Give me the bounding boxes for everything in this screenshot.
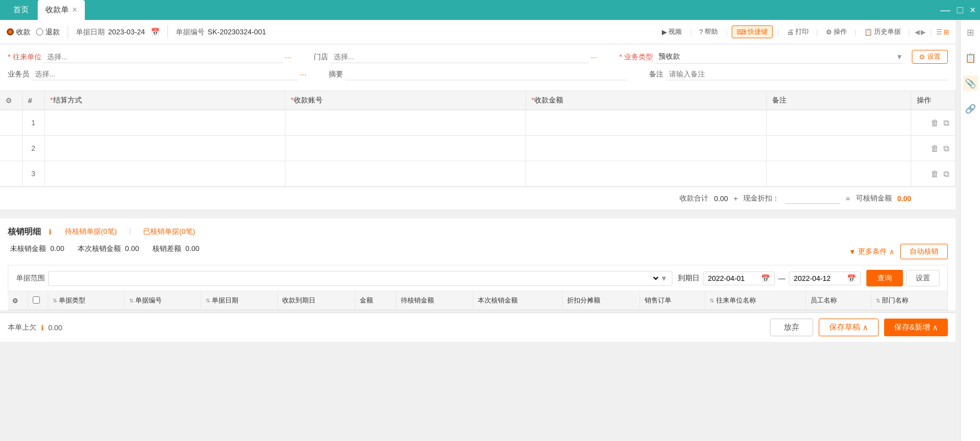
tab-pending[interactable]: 待核销单据(0笔) [59, 225, 122, 238]
select-all-checkbox[interactable] [33, 296, 40, 304]
filter-settings-button[interactable]: 设置 [906, 270, 940, 286]
th-account: *收款账号 [285, 91, 525, 110]
td-account-1[interactable] [285, 110, 525, 136]
side-panel-list-icon[interactable]: 📋 [963, 50, 978, 65]
tab-home[interactable]: 首页 [4, 0, 38, 20]
partner-more-icon[interactable]: ··· [285, 53, 292, 61]
partner-input[interactable] [44, 51, 283, 63]
td-remark-2[interactable] [766, 136, 911, 161]
date-field: 单据日期 2023-03-24 📅 [76, 27, 160, 37]
form-settings-button[interactable]: ⚙ 设置 [912, 50, 948, 64]
td-settle-3[interactable] [44, 161, 285, 187]
store-input[interactable] [330, 51, 589, 63]
available-label: 可核销金额 [856, 193, 892, 203]
tab-close-button[interactable]: × [72, 6, 77, 14]
query-button[interactable]: 查询 [866, 270, 903, 286]
date-from-input[interactable] [708, 274, 758, 283]
td-amount-1[interactable] [525, 110, 766, 136]
bth-checkbox[interactable] [28, 291, 48, 310]
store-more-icon[interactable]: ··· [591, 53, 598, 61]
sort-icon-5[interactable]: ⇅ [876, 298, 880, 304]
side-panel-active-icon[interactable]: 📎 [963, 75, 978, 91]
close-window-button[interactable]: × [969, 4, 976, 16]
td-account-3[interactable] [285, 161, 525, 187]
copy-row-1-icon[interactable]: ⧉ [943, 118, 950, 128]
td-settle-2[interactable] [44, 136, 285, 161]
td-remark-1[interactable] [766, 110, 911, 136]
auto-verify-button[interactable]: 自动核销 [900, 244, 948, 259]
tab-done[interactable]: 已核销单据(0笔) [137, 225, 201, 238]
th-remark: 备注 [766, 91, 911, 110]
print-action[interactable]: 🖨 打印 [784, 25, 812, 38]
th-row-num: # [22, 91, 44, 110]
bottom-table-settings-icon[interactable]: ⚙ [12, 297, 18, 305]
save-draft-button[interactable]: 保存草稿 ∧ [819, 319, 879, 336]
td-account-2[interactable] [285, 136, 525, 161]
discount-input[interactable] [785, 193, 840, 204]
history-action[interactable]: 📋 历史单据 [861, 25, 904, 38]
operate-action[interactable]: ⚙ 操作 [823, 25, 850, 38]
tab-active[interactable]: 收款单 × [38, 0, 85, 20]
cal-from-icon[interactable]: 📅 [761, 274, 770, 283]
next-arrow[interactable]: ▶ [921, 28, 926, 36]
grid-view-button[interactable]: ⊞ [943, 28, 949, 36]
more-conditions-button[interactable]: ▼ 更多条件 ∧ [849, 247, 895, 257]
verify-info-icon[interactable]: ℹ [49, 228, 52, 236]
radio-refund-input[interactable] [36, 28, 43, 35]
list-view-button[interactable]: ☰ [936, 28, 942, 36]
staff-more-icon[interactable]: ··· [300, 70, 307, 79]
remark-input[interactable] [666, 68, 948, 80]
range-select-wrapper[interactable]: ▼ [48, 271, 672, 286]
sort-icon-4[interactable]: ⇅ [710, 298, 714, 304]
video-action[interactable]: ▶ 视频 [659, 25, 685, 38]
sort-icon-3[interactable]: ⇅ [206, 298, 210, 304]
side-panel-link-icon[interactable]: 🔗 [963, 101, 978, 116]
td-remark-3[interactable] [766, 161, 911, 187]
save-new-chevron-icon[interactable]: ∧ [932, 323, 938, 332]
sort-icon[interactable]: ⇅ [53, 298, 57, 304]
sort-icon-2[interactable]: ⇅ [129, 298, 134, 304]
abandon-button[interactable]: 放弃 [770, 319, 813, 336]
td-settle-1[interactable] [44, 110, 285, 136]
radio-receipt[interactable]: 收款 [7, 27, 30, 37]
balance-info-icon[interactable]: ℹ [41, 324, 44, 332]
td-row-1: 1 [22, 110, 44, 136]
copy-row-3-icon[interactable]: ⧉ [943, 169, 950, 179]
shortcut-action[interactable]: ⌨ 快捷键 [732, 25, 773, 38]
delete-row-3-icon[interactable]: 🗑 [931, 169, 939, 179]
th-settings[interactable]: ⚙ [0, 91, 22, 110]
cal-to-icon[interactable]: 📅 [847, 274, 856, 283]
bth-settings[interactable]: ⚙ [8, 291, 28, 310]
unchecked-value: 0.00 [50, 244, 64, 253]
side-panel-table-icon[interactable]: ⊞ [963, 24, 978, 40]
date-to-input-wrapper: 📅 [789, 271, 861, 285]
calendar-icon[interactable]: 📅 [151, 28, 160, 36]
balance-value: 0.00 [48, 324, 62, 332]
date-to-input[interactable] [794, 274, 844, 283]
partner-label: * 往来单位 [8, 52, 42, 62]
radio-receipt-input[interactable] [7, 28, 14, 35]
delete-row-1-icon[interactable]: 🗑 [931, 118, 939, 128]
staff-input[interactable] [32, 68, 298, 80]
delete-row-2-icon[interactable]: 🗑 [931, 143, 939, 153]
radio-refund[interactable]: 退款 [36, 27, 60, 37]
save-new-button[interactable]: 保存&新增 ∧ [884, 319, 948, 336]
table-settings-icon[interactable]: ⚙ [6, 96, 12, 105]
equals-sign: = [846, 194, 850, 203]
business-type-chevron[interactable]: ▼ [896, 53, 903, 61]
td-amount-2[interactable] [525, 136, 766, 161]
draft-chevron-icon[interactable]: ∧ [862, 323, 868, 332]
prev-arrow[interactable]: ◀ [915, 28, 920, 36]
form-row-1: * 往来单位 ··· 门店 ··· * 业务类型 预收款 ▼ [8, 50, 948, 64]
help-action[interactable]: ? 帮助 [696, 25, 722, 38]
maximize-button[interactable]: □ [957, 4, 963, 16]
print-label: 打印 [795, 27, 809, 37]
range-select[interactable] [53, 274, 660, 283]
copy-row-2-icon[interactable]: ⧉ [943, 143, 950, 153]
verify-title: 核销明细 [8, 227, 41, 237]
date-range-filter: 到期日 📅 — 📅 [678, 271, 861, 285]
td-amount-3[interactable] [525, 161, 766, 187]
summary-input[interactable] [345, 68, 627, 80]
business-type-select[interactable]: 预收款 ▼ [655, 50, 903, 64]
minimize-button[interactable]: — [941, 4, 951, 16]
